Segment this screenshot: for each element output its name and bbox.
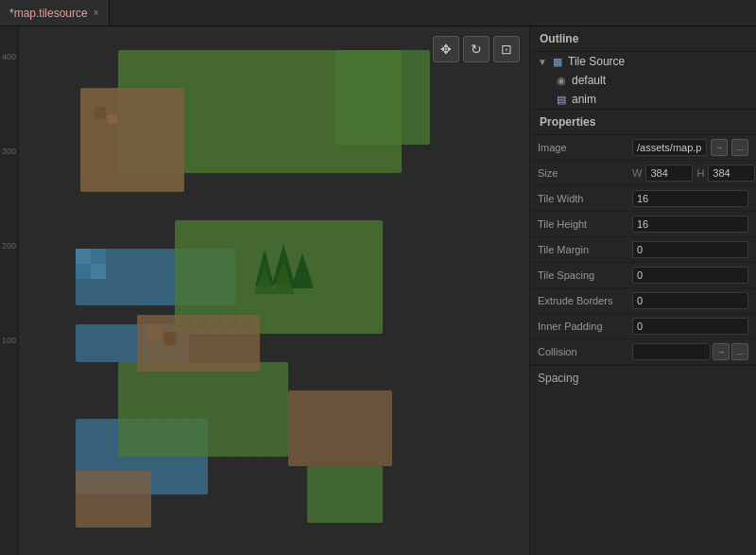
properties-header: Properties xyxy=(530,110,756,135)
image-link-button[interactable]: → xyxy=(711,139,728,156)
extrude-borders-value xyxy=(632,292,748,309)
tree-anim-label: anim xyxy=(572,93,596,106)
inner-padding-input[interactable] xyxy=(632,318,748,335)
collision-label: Collision xyxy=(538,346,632,357)
image-label: Image xyxy=(538,142,632,153)
tree-item-anim[interactable]: ▤ anim xyxy=(530,90,756,109)
tree-tile-source-label: Tile Source xyxy=(568,55,625,68)
svg-rect-89 xyxy=(91,264,106,279)
prop-row-extrude-borders: Extrude Borders xyxy=(530,288,756,314)
image-input[interactable] xyxy=(632,139,707,156)
svg-rect-10 xyxy=(307,466,383,523)
svg-rect-8 xyxy=(137,315,260,372)
svg-rect-11 xyxy=(76,471,151,528)
tile-height-label: Tile Height xyxy=(538,218,632,230)
svg-rect-86 xyxy=(76,249,91,264)
svg-rect-84 xyxy=(146,324,162,339)
tile-width-label: Tile Width xyxy=(538,193,632,204)
inner-padding-value xyxy=(632,318,748,335)
outline-section: Outline ▼ ▦ Tile Source ◉ default ▤ anim xyxy=(530,26,756,110)
tree-item-tile-source[interactable]: ▼ ▦ Tile Source xyxy=(530,52,756,71)
ruler-mark-200: 200 xyxy=(2,242,16,251)
size-w-label: W xyxy=(632,167,642,179)
flip-icon: ⊡ xyxy=(501,42,512,57)
svg-rect-85 xyxy=(163,332,177,345)
tile-margin-label: Tile Margin xyxy=(538,244,632,255)
tile-spacing-label: Tile Spacing xyxy=(538,269,632,281)
svg-rect-9 xyxy=(288,390,392,466)
svg-rect-88 xyxy=(76,264,91,279)
extrude-borders-input[interactable] xyxy=(632,292,748,309)
properties-section[interactable]: Properties Image → … Size W H xyxy=(530,110,756,555)
tab-label: *map.tilesource xyxy=(9,7,88,20)
prop-row-tile-height: Tile Height xyxy=(530,212,756,237)
size-label: Size xyxy=(538,167,632,179)
ruler-mark-300: 300 xyxy=(2,147,16,156)
canvas-area: 400 300 200 100 ✥ ↻ ⊡ xyxy=(0,26,529,555)
tree-item-default[interactable]: ◉ default xyxy=(530,71,756,90)
collision-link-button[interactable]: → xyxy=(713,343,730,360)
prop-row-size: Size W H xyxy=(530,161,756,186)
tree-default-label: default xyxy=(572,74,606,87)
size-h-label: H xyxy=(696,167,704,179)
rotate-tool-button[interactable]: ↻ xyxy=(463,36,490,62)
size-w-input[interactable] xyxy=(645,165,693,182)
tree-arrow-icon: ▼ xyxy=(538,57,547,67)
size-value-container: W H xyxy=(632,165,755,182)
spacing-section: Spacing xyxy=(530,365,756,394)
svg-rect-87 xyxy=(91,249,106,264)
svg-rect-83 xyxy=(108,114,117,124)
collision-browse-button[interactable]: … xyxy=(731,343,748,360)
main-layout: 400 300 200 100 ✥ ↻ ⊡ xyxy=(0,26,756,555)
flip-tool-button[interactable]: ⊡ xyxy=(493,36,520,62)
rotate-icon: ↻ xyxy=(471,42,482,57)
tile-margin-value xyxy=(632,241,748,258)
tile-width-input[interactable] xyxy=(632,190,748,207)
svg-rect-82 xyxy=(94,107,106,118)
size-h-input[interactable] xyxy=(708,165,755,182)
tab-close-button[interactable]: × xyxy=(94,9,99,18)
prop-row-image: Image → … xyxy=(530,135,756,161)
prop-row-tile-width: Tile Width xyxy=(530,186,756,212)
prop-row-tile-margin: Tile Margin xyxy=(530,237,756,263)
ruler-mark-400: 400 xyxy=(2,53,16,61)
right-panel: Outline ▼ ▦ Tile Source ◉ default ▤ anim… xyxy=(529,26,756,555)
inner-padding-label: Inner Padding xyxy=(538,321,632,332)
svg-rect-7 xyxy=(118,362,288,457)
prop-row-inner-padding: Inner Padding xyxy=(530,314,756,339)
svg-rect-12 xyxy=(335,50,430,145)
tile-height-input[interactable] xyxy=(632,216,748,233)
spacing-label: Spacing xyxy=(538,372,748,385)
tile-spacing-input[interactable] xyxy=(632,267,748,284)
tile-source-icon: ▦ xyxy=(551,56,564,68)
tilemap-canvas xyxy=(24,31,515,555)
tile-height-value xyxy=(632,216,748,233)
tab-bar: *map.tilesource × xyxy=(0,0,756,26)
tab-map-tilesource[interactable]: *map.tilesource × xyxy=(0,0,110,26)
svg-rect-2 xyxy=(80,88,184,192)
image-value-container: → … xyxy=(632,139,748,156)
prop-row-collision: Collision → … xyxy=(530,339,756,365)
image-browse-button[interactable]: … xyxy=(731,139,748,156)
default-icon: ◉ xyxy=(555,75,568,87)
move-icon: ✥ xyxy=(440,42,452,57)
extrude-borders-label: Extrude Borders xyxy=(538,295,632,306)
tile-margin-input[interactable] xyxy=(632,241,748,258)
collision-value-container: → … xyxy=(632,343,748,360)
ruler-left: 400 300 200 100 xyxy=(0,26,19,555)
anim-icon: ▤ xyxy=(555,94,568,106)
canvas-container[interactable]: ✥ ↻ ⊡ xyxy=(19,26,529,555)
canvas-toolbar: ✥ ↻ ⊡ xyxy=(433,36,520,62)
ruler-mark-100: 100 xyxy=(2,337,16,345)
collision-input[interactable] xyxy=(632,343,711,360)
size-row: W H xyxy=(632,165,755,182)
outline-header: Outline xyxy=(530,26,756,52)
tile-width-value xyxy=(632,190,748,207)
prop-row-tile-spacing: Tile Spacing xyxy=(530,263,756,288)
tile-spacing-value xyxy=(632,267,748,284)
move-tool-button[interactable]: ✥ xyxy=(433,36,459,62)
